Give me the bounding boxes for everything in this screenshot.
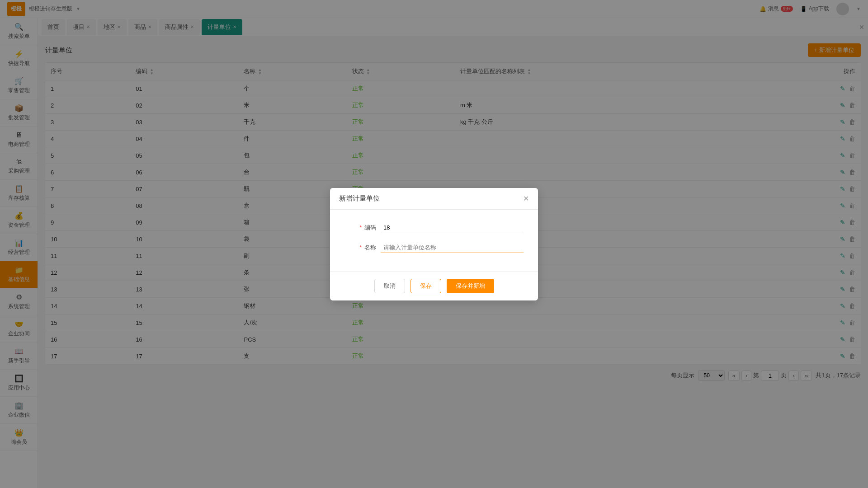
save-and-new-button[interactable]: 保存并新增 <box>447 279 494 293</box>
name-form-row: * 名称 <box>344 242 524 253</box>
save-button[interactable]: 保存 <box>410 279 441 293</box>
modal-close-button[interactable]: ✕ <box>523 194 529 203</box>
code-label: * 编码 <box>344 224 376 232</box>
modal-title: 新增计量单位 <box>339 194 380 203</box>
modal-header: 新增计量单位 ✕ <box>330 188 538 210</box>
code-required-mark: * <box>359 224 362 231</box>
name-label: * 名称 <box>344 244 376 252</box>
modal-overlay[interactable]: 新增计量单位 ✕ * 编码 * 名称 取消 保存 保存并新增 <box>0 0 868 488</box>
modal-body: * 编码 * 名称 <box>330 210 538 271</box>
name-required-mark: * <box>359 244 362 251</box>
code-form-row: * 编码 <box>344 222 524 233</box>
add-unit-modal: 新增计量单位 ✕ * 编码 * 名称 取消 保存 保存并新增 <box>330 188 538 300</box>
modal-footer: 取消 保存 保存并新增 <box>330 271 538 300</box>
code-input[interactable] <box>381 222 524 233</box>
name-input[interactable] <box>381 242 524 253</box>
cancel-button[interactable]: 取消 <box>374 279 405 293</box>
